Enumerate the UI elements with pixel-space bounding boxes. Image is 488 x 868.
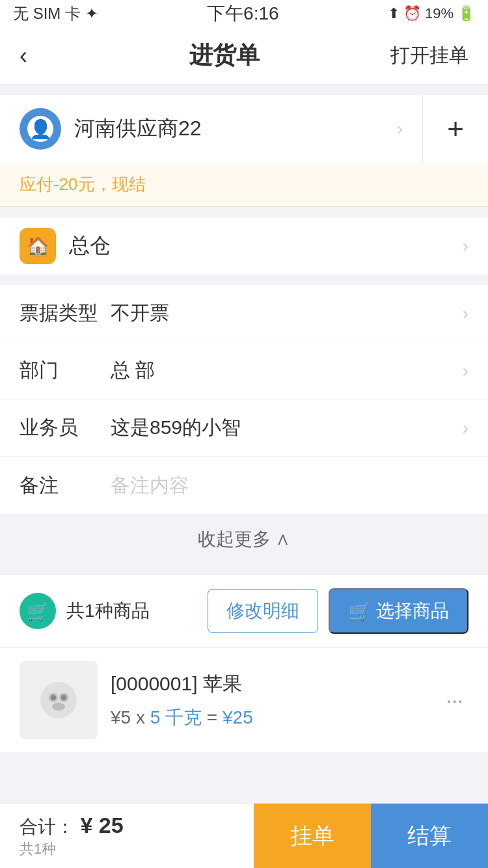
alarm-icon: ⏰	[403, 5, 421, 22]
chevron-right-icon: ›	[463, 303, 468, 324]
warehouse-selector[interactable]: 🏠 总仓 ›	[0, 217, 488, 275]
open-pending-button[interactable]: 打开挂单	[390, 42, 468, 69]
product-section-icon: 🛒	[20, 593, 56, 629]
chevron-right-icon: ›	[397, 118, 403, 139]
svg-point-4	[61, 695, 66, 700]
warehouse-name: 总仓	[69, 232, 456, 260]
location-icon: ⬆	[388, 5, 400, 22]
remark-label: 备注	[20, 472, 111, 499]
status-bar: 无 SIM 卡 ✦ 下午6:16 ⬆ ⏰ 19% 🔋	[0, 0, 488, 27]
warehouse-section: 🏠 总仓 ›	[0, 217, 488, 275]
total-count: 共1种	[20, 839, 234, 859]
product-header: 🛒 共1种商品 修改明细 🛒 选择商品	[0, 575, 488, 647]
product-name: [0000001] 苹果	[111, 671, 427, 698]
equals-sign: =	[207, 707, 223, 727]
salesman-value: 这是859的小智	[111, 414, 456, 441]
notice-bar: 应付-20元，现结	[0, 163, 488, 207]
add-supplier-button[interactable]: +	[423, 95, 488, 163]
remark-row[interactable]: 备注 备注内容	[0, 457, 488, 514]
salesman-row[interactable]: 业务员 这是859的小智 ›	[0, 400, 488, 457]
sim-status: 无 SIM 卡 ✦	[13, 3, 98, 24]
nav-bar: ‹ 进货单 打开挂单	[0, 27, 488, 85]
select-product-button[interactable]: 🛒 选择商品	[329, 588, 468, 634]
product-count-label: 共1种商品	[66, 599, 197, 623]
supplier-section: 👤 河南供应商22 › +	[0, 95, 488, 163]
svg-point-3	[51, 695, 56, 700]
back-button[interactable]: ‹	[20, 42, 59, 70]
form-section: 票据类型 不开票 › 部门 总 部 › 业务员 这是859的小智 › 备注 备注…	[0, 285, 488, 514]
cart-icon: 🛒	[27, 601, 49, 622]
status-left: 无 SIM 卡 ✦	[13, 3, 98, 24]
edit-detail-button[interactable]: 修改明细	[208, 589, 318, 633]
battery-icon: 🔋	[457, 5, 475, 22]
supplier-name: 河南供应商22	[74, 115, 390, 143]
remark-input[interactable]: 备注内容	[111, 472, 468, 499]
status-right: ⬆ ⏰ 19% 🔋	[388, 5, 475, 22]
product-info: [0000001] 苹果 ¥5 x 5 千克 = ¥25	[111, 671, 427, 730]
notice-text: 应付-20元，现结	[20, 174, 146, 194]
bottom-bar: 合计： ¥ 25 共1种 挂单 结算	[0, 803, 488, 868]
product-item: [0000001] 苹果 ¥5 x 5 千克 = ¥25 ···	[0, 648, 488, 752]
chevron-right-icon: ›	[463, 236, 468, 256]
product-code: [0000001]	[111, 673, 197, 694]
product-thumbnail	[20, 661, 98, 739]
bottom-total: 合计： ¥ 25 共1种	[0, 813, 254, 859]
price-label: ¥5	[111, 707, 131, 727]
avatar-icon: 👤	[27, 116, 53, 142]
quantity-value: 5	[150, 707, 161, 727]
hold-button[interactable]: 挂单	[254, 804, 371, 869]
total-value: ¥ 25	[80, 813, 123, 837]
chevron-right-icon: ›	[463, 360, 468, 381]
select-product-label: 选择商品	[376, 599, 449, 623]
department-value: 总 部	[111, 357, 456, 384]
invoice-type-row[interactable]: 票据类型 不开票 ›	[0, 285, 488, 342]
chevron-right-icon: ›	[463, 418, 468, 439]
warehouse-icon: 🏠	[20, 228, 56, 264]
department-label: 部门	[20, 357, 111, 384]
product-more-button[interactable]: ···	[441, 683, 468, 718]
total-price: ¥25	[223, 707, 253, 727]
supplier-avatar: 👤	[20, 108, 61, 150]
supplier-selector[interactable]: 👤 河南供应商22 ›	[0, 95, 423, 163]
product-price: ¥5 x 5 千克 = ¥25	[111, 705, 427, 730]
svg-point-0	[40, 682, 77, 718]
salesman-label: 业务员	[20, 414, 111, 441]
product-title: 苹果	[203, 673, 242, 694]
cart-icon: 🛒	[348, 601, 371, 622]
battery-level: 19%	[425, 5, 454, 22]
page-title: 进货单	[189, 40, 260, 72]
invoice-type-value: 不开票	[111, 300, 456, 327]
invoice-type-label: 票据类型	[20, 300, 111, 327]
status-time: 下午6:16	[207, 1, 279, 26]
total-label: 合计：	[20, 817, 74, 837]
department-row[interactable]: 部门 总 部 ›	[0, 342, 488, 400]
unit-label: 千克	[165, 707, 202, 727]
collapse-button[interactable]: 收起更多 ∧	[0, 514, 488, 565]
collapse-label: 收起更多 ∧	[198, 527, 291, 552]
total-amount: 合计： ¥ 25	[20, 813, 234, 839]
checkout-button[interactable]: 结算	[371, 804, 488, 869]
owl-logo	[39, 681, 78, 720]
price-separator: x	[136, 707, 150, 727]
